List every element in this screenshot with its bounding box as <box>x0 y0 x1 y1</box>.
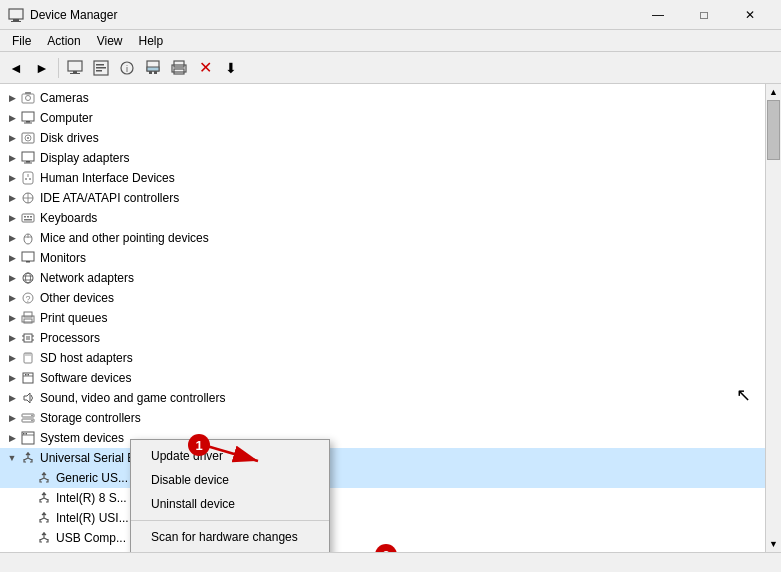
expand-processors[interactable]: ▶ <box>4 330 20 346</box>
icon-cameras <box>20 90 36 106</box>
svg-rect-9 <box>96 70 102 72</box>
svg-rect-78 <box>23 433 25 435</box>
toolbar-scan[interactable] <box>141 56 165 80</box>
svg-rect-42 <box>24 219 32 221</box>
tree-item-intel8[interactable]: Intel(R) 8 S... <box>0 488 765 508</box>
tree-item-network[interactable]: ▶ Network adapters <box>0 268 765 288</box>
svg-rect-8 <box>96 67 106 69</box>
svg-rect-41 <box>30 216 32 218</box>
tree-item-sound[interactable]: ▶ Sound, video and game controllers <box>0 388 765 408</box>
maximize-button[interactable]: □ <box>681 0 727 30</box>
menu-help[interactable]: Help <box>131 32 172 50</box>
context-uninstall-device[interactable]: Uninstall device <box>131 492 329 516</box>
toolbar-delete[interactable]: ✕ <box>193 56 217 80</box>
label-keyboards: Keyboards <box>40 211 97 225</box>
expand-storage[interactable]: ▶ <box>4 410 20 426</box>
toolbar-sep-1 <box>58 58 59 78</box>
expand-sound[interactable]: ▶ <box>4 390 20 406</box>
toolbar-download[interactable]: ⬇ <box>219 56 243 80</box>
menu-file[interactable]: File <box>4 32 39 50</box>
tree-item-sd[interactable]: ▶ SD host adapters <box>0 348 765 368</box>
svg-rect-4 <box>73 71 77 73</box>
toolbar-properties[interactable] <box>89 56 113 80</box>
expand-network[interactable]: ▶ <box>4 270 20 286</box>
label-other: Other devices <box>40 291 114 305</box>
expand-ide[interactable]: ▶ <box>4 190 20 206</box>
tree-item-ide[interactable]: ▶ IDE ATA/ATAPI controllers <box>0 188 765 208</box>
expand-keyboards[interactable]: ▶ <box>4 210 20 226</box>
menu-action[interactable]: Action <box>39 32 88 50</box>
tree-item-generic-usb[interactable]: Generic US... <box>0 468 765 488</box>
tree-item-processors[interactable]: ▶ Processors <box>0 328 765 348</box>
svg-rect-15 <box>154 71 157 74</box>
close-button[interactable]: ✕ <box>727 0 773 30</box>
expand-usb[interactable]: ▼ <box>4 450 20 466</box>
svg-rect-69 <box>25 374 27 376</box>
context-update-driver[interactable]: Update driver <box>131 444 329 468</box>
label-print: Print queues <box>40 311 107 325</box>
expand-disk[interactable]: ▶ <box>4 130 20 146</box>
toolbar-forward[interactable]: ► <box>30 56 54 80</box>
icon-intelR <box>36 510 52 526</box>
scrollbar[interactable]: ▲ ▼ <box>765 84 781 552</box>
icon-sound <box>20 390 36 406</box>
toolbar-update[interactable]: i <box>115 56 139 80</box>
expand-mice[interactable]: ▶ <box>4 230 20 246</box>
toolbar-back[interactable]: ◄ <box>4 56 28 80</box>
toolbar: ◄ ► i <box>0 52 781 84</box>
icon-display <box>20 150 36 166</box>
expand-usbroot1 <box>20 550 36 552</box>
icon-usb <box>20 450 36 466</box>
tree-item-system[interactable]: ▶ System devices <box>0 428 765 448</box>
label-intelR: Intel(R) USI... <box>56 511 129 525</box>
toolbar-computer[interactable] <box>63 56 87 80</box>
tree-view[interactable]: ▶ Cameras ▶ Computer ▶ Disk drives ▶ <box>0 84 765 552</box>
main-area: ▶ Cameras ▶ Computer ▶ Disk drives ▶ <box>0 84 781 552</box>
tree-item-storage[interactable]: ▶ Storage controllers <box>0 408 765 428</box>
tree-item-disk[interactable]: ▶ Disk drives <box>0 128 765 148</box>
tree-item-keyboards[interactable]: ▶ Keyboards <box>0 208 765 228</box>
tree-item-usb[interactable]: ▼ Universal Serial Bus controllers <box>0 448 765 468</box>
menu-view[interactable]: View <box>89 32 131 50</box>
scroll-down[interactable]: ▼ <box>766 536 782 552</box>
expand-computer[interactable]: ▶ <box>4 110 20 126</box>
expand-other[interactable]: ▶ <box>4 290 20 306</box>
svg-rect-70 <box>28 374 30 376</box>
scroll-thumb[interactable] <box>767 100 780 160</box>
svg-rect-0 <box>9 9 23 19</box>
tree-item-cameras[interactable]: ▶ Cameras <box>0 88 765 108</box>
svg-rect-39 <box>24 216 26 218</box>
svg-rect-47 <box>26 261 30 263</box>
expand-system[interactable]: ▶ <box>4 430 20 446</box>
expand-cameras[interactable]: ▶ <box>4 90 20 106</box>
svg-text:i: i <box>126 64 128 74</box>
tree-item-print[interactable]: ▶ Print queues <box>0 308 765 328</box>
svg-text:?: ? <box>25 294 30 304</box>
expand-print[interactable]: ▶ <box>4 310 20 326</box>
tree-item-hid[interactable]: ▶ Human Interface Devices <box>0 168 765 188</box>
label-generic-usb: Generic US... <box>56 471 128 485</box>
context-scan-hardware[interactable]: Scan for hardware changes <box>131 525 329 549</box>
icon-usbcomp <box>36 530 52 546</box>
expand-sd[interactable]: ▶ <box>4 350 20 366</box>
tree-item-intelR[interactable]: Intel(R) USI... <box>0 508 765 528</box>
expand-software[interactable]: ▶ <box>4 370 20 386</box>
svg-marker-71 <box>24 393 30 403</box>
tree-item-software[interactable]: ▶ Software devices <box>0 368 765 388</box>
scroll-up[interactable]: ▲ <box>766 84 782 100</box>
label-sound: Sound, video and game controllers <box>40 391 225 405</box>
tree-item-monitors[interactable]: ▶ Monitors <box>0 248 765 268</box>
toolbar-print[interactable] <box>167 56 191 80</box>
expand-hid[interactable]: ▶ <box>4 170 20 186</box>
icon-usbroot1 <box>36 550 52 552</box>
tree-item-other[interactable]: ▶ ? Other devices <box>0 288 765 308</box>
tree-item-display[interactable]: ▶ Display adapters <box>0 148 765 168</box>
minimize-button[interactable]: — <box>635 0 681 30</box>
tree-item-mice[interactable]: ▶ Mice and other pointing devices <box>0 228 765 248</box>
context-disable-device[interactable]: Disable device <box>131 468 329 492</box>
window-controls: — □ ✕ <box>635 0 773 30</box>
svg-rect-23 <box>26 121 30 123</box>
tree-item-computer[interactable]: ▶ Computer <box>0 108 765 128</box>
expand-display[interactable]: ▶ <box>4 150 20 166</box>
expand-monitors[interactable]: ▶ <box>4 250 20 266</box>
